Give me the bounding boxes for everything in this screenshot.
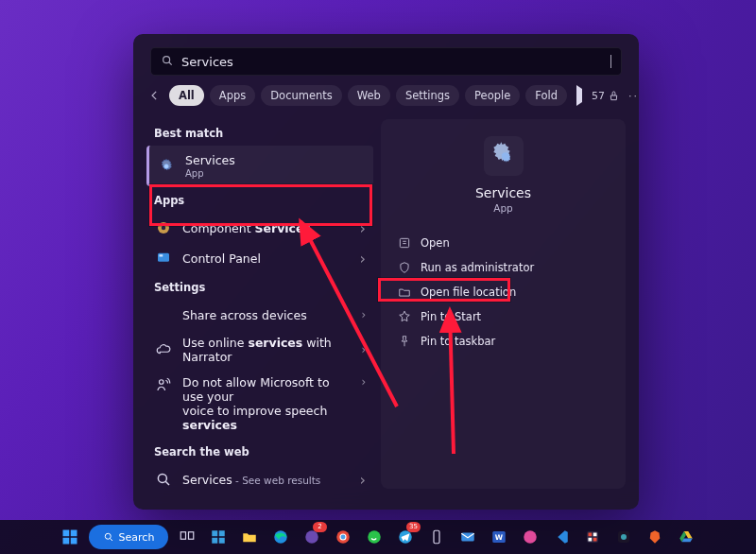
svg-rect-16 [63,530,70,537]
chevron-right-icon: › [360,219,366,237]
pin-icon [398,335,411,348]
component-services-icon [154,218,173,237]
svg-rect-17 [71,530,77,537]
svg-point-29 [305,530,318,544]
preview-title: Services [475,185,531,200]
best-match-subtitle: App [185,168,366,179]
control-panel-icon [154,249,173,268]
preview-subtitle: App [493,202,513,214]
filter-documents[interactable]: Documents [261,85,342,106]
pin-icon [398,310,411,323]
filter-settings[interactable]: Settings [396,85,459,106]
svg-point-7 [160,380,164,385]
app-component-services[interactable]: Component Services › [146,213,373,243]
action-pin-taskbar[interactable]: Pin to taskbar [388,329,618,354]
filter-people[interactable]: People [465,85,520,106]
taskbar-search[interactable]: Search [89,525,168,549]
explorer-icon[interactable] [237,525,262,549]
app-red-icon[interactable] [580,525,605,549]
action-run-admin[interactable]: Run as administrator [388,255,618,280]
svg-rect-6 [160,254,163,256]
chevron-right-icon: › [360,471,366,489]
start-button[interactable] [58,525,82,549]
svg-point-4 [162,226,166,231]
action-pin-start[interactable]: Pin to Start [388,304,618,329]
setting-share-devices[interactable]: Share across devices › [146,300,373,330]
search-input[interactable] [181,55,610,69]
filter-all[interactable]: All [169,85,204,106]
svg-point-8 [158,474,166,482]
section-best-match: Best match [146,119,373,146]
svg-point-20 [105,533,111,539]
drive-icon[interactable] [674,525,698,549]
svg-rect-12 [400,238,408,247]
gear-icon [157,157,176,176]
svg-rect-24 [212,530,217,536]
telegram-icon[interactable] [393,525,418,549]
chrome-icon[interactable] [331,525,355,549]
svg-point-33 [368,530,381,544]
svg-point-39 [524,530,537,544]
app-icon[interactable] [300,525,324,549]
preview-pane: Services App Open Run as administrator O… [381,119,626,489]
svg-rect-43 [589,538,593,542]
search-box[interactable] [150,47,622,76]
action-open-location[interactable]: Open file location [388,280,618,304]
svg-rect-18 [63,538,70,545]
action-open[interactable]: Open [388,231,618,255]
svg-line-21 [110,539,112,542]
rewards-count[interactable]: 57 [592,90,619,102]
svg-rect-35 [434,530,439,544]
svg-point-46 [621,534,627,540]
svg-rect-5 [158,253,169,262]
section-apps: Apps [146,186,373,213]
best-match-services[interactable]: Services App [146,146,373,186]
filter-folders[interactable]: Fold [525,85,567,106]
whatsapp-icon[interactable] [362,525,387,549]
chevron-right-icon: › [361,343,366,356]
cloud-icon [154,340,173,359]
svg-line-9 [165,481,169,485]
svg-rect-44 [593,538,597,542]
app-item-label: Component Services [182,221,351,235]
phone-link-icon[interactable] [424,525,449,549]
svg-rect-25 [219,530,225,536]
app-control-panel[interactable]: Control Panel › [146,243,373,273]
svg-point-0 [163,56,170,62]
svg-line-1 [169,61,172,64]
more-options-icon[interactable]: ··· [628,90,639,102]
search-icon [103,531,114,543]
chevron-right-icon: › [361,308,366,321]
filter-more-icon[interactable] [573,89,586,102]
shield-icon [398,261,411,274]
svg-text:W: W [495,533,504,542]
section-settings: Settings [146,273,373,300]
brave-icon[interactable] [643,525,667,549]
svg-rect-19 [71,538,77,545]
filter-row: All Apps Documents Web Settings People F… [133,85,639,115]
task-view-icon[interactable] [175,525,199,549]
search-icon [161,53,174,71]
svg-rect-41 [589,533,593,537]
filter-apps[interactable]: Apps [210,85,255,106]
start-search-panel: All Apps Documents Web Settings People F… [133,34,639,510]
svg-rect-42 [593,533,597,537]
widgets-icon[interactable] [206,525,231,549]
filter-web[interactable]: Web [348,85,390,106]
open-icon [398,236,411,250]
mail-icon[interactable] [455,525,480,549]
setting-online-services-narrator[interactable]: Use online services with Narrator › [146,330,373,370]
svg-rect-27 [219,538,225,544]
folder-icon [398,286,411,299]
web-search-services[interactable]: Services - See web results › [146,464,373,489]
word-icon[interactable]: W [487,525,511,549]
vscode-icon[interactable] [549,525,574,549]
svg-rect-36 [461,533,474,542]
svg-point-28 [274,530,287,544]
setting-voice-speech[interactable]: Do not allow Microsoft to use your voice… [146,370,373,438]
app-pink-icon[interactable] [518,525,542,549]
svg-rect-23 [189,532,194,540]
back-icon[interactable] [148,87,162,104]
app-dark-icon[interactable] [611,525,636,549]
edge-icon[interactable] [268,525,293,549]
